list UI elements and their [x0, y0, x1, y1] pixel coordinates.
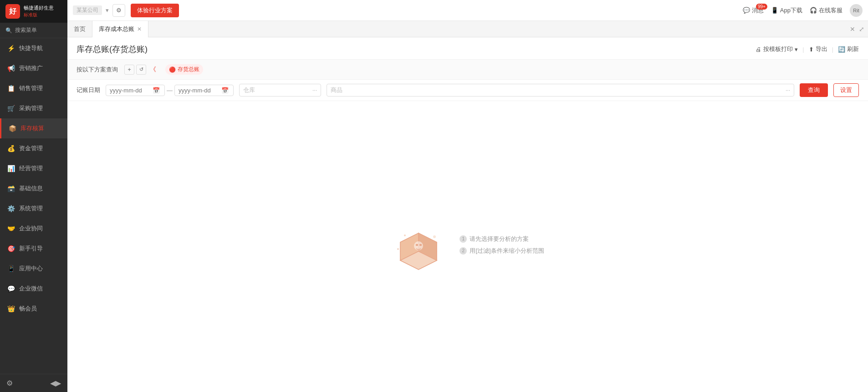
- svg-point-8: [404, 234, 406, 236]
- database-icon: 🗃️: [6, 184, 15, 193]
- date-start-input[interactable]: 📅: [106, 85, 165, 96]
- headset-icon: 🎧: [810, 7, 817, 14]
- svg-point-10: [397, 248, 399, 250]
- content-area: 库存总账(存货总账) 🖨 按模板打印 ▾ | ⬆ 导出 | 🔄 刷新: [67, 37, 868, 392]
- warehouse-more-icon[interactable]: ···: [312, 87, 317, 93]
- tab-inventory-cost[interactable]: 库存成本总账 ✕: [92, 21, 148, 37]
- product-placeholder: 商品: [331, 86, 784, 94]
- sidebar-item-wechat[interactable]: 💬 企业微信: [0, 279, 67, 299]
- tab-inventory-cost-label: 库存成本总账: [99, 25, 134, 33]
- page-header: 库存总账(存货总账) 🖨 按模板打印 ▾ | ⬆ 导出 | 🔄 刷新: [67, 37, 868, 60]
- app-logo-icon: 好: [5, 4, 20, 19]
- date-start-field[interactable]: [110, 87, 151, 94]
- date-end-input[interactable]: 📅: [174, 85, 234, 96]
- filter-scheme: 🔴 存货总账: [165, 64, 203, 75]
- scheme-label: 存货总账: [178, 66, 199, 73]
- sidebar-item-label: 新手引导: [19, 244, 43, 253]
- sidebar-item-label: 销售管理: [19, 84, 43, 92]
- warehouse-placeholder: 仓库: [243, 86, 311, 94]
- scheme-item-inventory[interactable]: 🔴 存货总账: [165, 64, 203, 75]
- page-actions: 🖨 按模板打印 ▾ | ⬆ 导出 | 🔄 刷新: [756, 45, 859, 53]
- sidebar-item-label: 营销推广: [19, 64, 43, 72]
- settings-button[interactable]: 设置: [833, 83, 859, 97]
- print-icon: 🖨: [756, 46, 761, 53]
- refresh-btn[interactable]: 🔄 刷新: [838, 45, 859, 53]
- target-icon: 🎯: [6, 244, 15, 253]
- company-dropdown-icon: ▾: [106, 7, 109, 14]
- date-end-field[interactable]: [179, 87, 220, 94]
- print-label: 按模板打印: [763, 45, 793, 53]
- gear-icon: ⚙️: [6, 204, 15, 213]
- online-service-label: 在线客服: [819, 6, 842, 15]
- app-download-label: App下载: [780, 6, 802, 15]
- svg-rect-6: [416, 244, 418, 246]
- sidebar-item-inventory[interactable]: 📦 库存核算: [0, 118, 67, 138]
- online-service-btn[interactable]: 🎧 在线客服: [810, 6, 842, 15]
- message-badge: 99+: [756, 4, 767, 10]
- hint-num-1: 1: [460, 235, 467, 243]
- filter-row: 记账日期 📅 — 📅 仓库 ··· 商品 ··· 查询: [67, 80, 868, 101]
- company-selector[interactable]: 某某公司 ▾: [73, 5, 109, 15]
- sidebar-item-operations[interactable]: 📊 经营管理: [0, 158, 67, 178]
- empty-box-svg: [391, 219, 446, 274]
- tabs-bar: 首页 库存成本总账 ✕ ✕ ⤢: [67, 21, 868, 37]
- calendar-end-icon[interactable]: 📅: [221, 87, 229, 94]
- cart-icon: 🛒: [6, 104, 15, 113]
- sidebar-item-funds[interactable]: 💰 资金管理: [0, 138, 67, 158]
- refresh-icon: 🔄: [838, 46, 845, 53]
- sidebar-item-label: 资金管理: [19, 144, 43, 153]
- megaphone-icon: 📢: [6, 64, 15, 73]
- app-download-btn[interactable]: 📱 App下载: [771, 6, 802, 15]
- sidebar-item-enterprise[interactable]: 🤝 企业协同: [0, 219, 67, 239]
- sidebar-item-label: 库存核算: [20, 124, 44, 132]
- tab-home[interactable]: 首页: [67, 21, 92, 37]
- scheme-dot-icon: 🔴: [169, 66, 176, 73]
- sidebar-item-label: 系统管理: [19, 204, 43, 213]
- product-selector[interactable]: 商品 ···: [327, 84, 794, 97]
- industry-btn[interactable]: 体验行业方案: [131, 4, 179, 17]
- calendar-start-icon[interactable]: 📅: [153, 87, 160, 94]
- sidebar-item-label: 企业微信: [19, 285, 43, 293]
- action-divider-2: |: [832, 46, 833, 53]
- sidebar-item-guide[interactable]: 🎯 新手引导: [0, 239, 67, 259]
- sidebar-item-apps[interactable]: 📱 应用中心: [0, 259, 67, 279]
- message-btn[interactable]: 💬 消息 99+: [743, 6, 764, 15]
- user-avatar[interactable]: Rit: [850, 4, 863, 17]
- settings-bottom-icon[interactable]: ⚙: [6, 379, 13, 387]
- sidebar-item-vip[interactable]: 👑 畅会员: [0, 299, 67, 319]
- filter-collapse-btn[interactable]: 《: [148, 65, 158, 75]
- filter-add-btn[interactable]: +: [124, 65, 134, 75]
- collapse-icon[interactable]: ◀▶: [50, 379, 61, 387]
- sidebar-item-label: 经营管理: [19, 164, 43, 173]
- sidebar-item-label: 企业协同: [19, 224, 43, 233]
- money-icon: 💰: [6, 144, 15, 153]
- app-subtitle: 标准版: [24, 12, 54, 18]
- empty-hint-1: 1 请先选择要分析的方案: [460, 235, 544, 243]
- sidebar-item-basics[interactable]: 🗃️ 基础信息: [0, 178, 67, 199]
- filter-bar: 按以下方案查询 + ↺ 《 🔴 存货总账: [67, 60, 868, 80]
- clipboard-icon: 📋: [6, 84, 15, 93]
- print-btn[interactable]: 🖨 按模板打印 ▾: [756, 45, 798, 53]
- warehouse-selector[interactable]: 仓库 ···: [239, 84, 321, 97]
- sidebar-item-sales[interactable]: 📋 销售管理: [0, 78, 67, 98]
- topbar-settings-btn[interactable]: ⚙: [112, 4, 125, 17]
- sidebar-bottom: ⚙ ◀▶: [0, 374, 67, 392]
- export-btn[interactable]: ⬆ 导出: [809, 45, 827, 53]
- export-icon: ⬆: [809, 46, 814, 53]
- filter-reset-btn[interactable]: ↺: [136, 65, 146, 75]
- sidebar-item-system[interactable]: ⚙️ 系统管理: [0, 199, 67, 219]
- action-divider-1: |: [802, 46, 804, 53]
- tab-close-all-icon[interactable]: ✕: [850, 25, 855, 33]
- sidebar-item-label: 应用中心: [19, 265, 43, 273]
- chart-icon: 📊: [6, 164, 15, 173]
- sidebar-item-quick-nav[interactable]: ⚡ 快捷导航: [0, 38, 67, 58]
- sidebar-search[interactable]: 🔍 搜索菜单: [0, 23, 67, 38]
- product-more-icon[interactable]: ···: [786, 87, 790, 93]
- tab-close-btn[interactable]: ✕: [137, 26, 142, 32]
- sidebar-logo: 好 畅捷通好生意 标准版: [0, 0, 67, 23]
- handshake-icon: 🤝: [6, 224, 15, 233]
- sidebar-item-purchase[interactable]: 🛒 采购管理: [0, 98, 67, 118]
- tab-expand-icon[interactable]: ⤢: [859, 25, 864, 33]
- search-button[interactable]: 查询: [800, 83, 828, 97]
- sidebar-item-marketing[interactable]: 📢 营销推广: [0, 58, 67, 78]
